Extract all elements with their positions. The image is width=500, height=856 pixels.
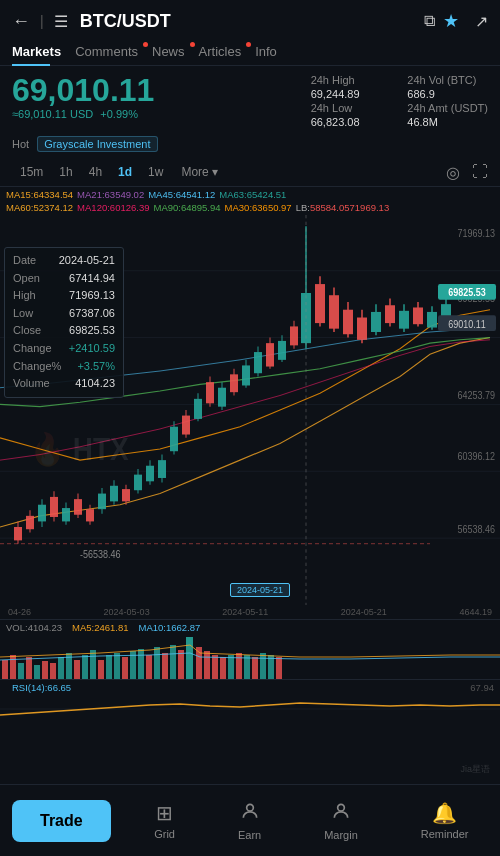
candle-data-box: Date 2024-05-21 Open 67414.94 High 71969…: [4, 247, 124, 398]
svg-text:60396.12: 60396.12: [457, 451, 495, 463]
svg-rect-104: [122, 657, 128, 680]
svg-rect-30: [122, 489, 130, 501]
svg-rect-90: [10, 655, 16, 680]
svg-rect-102: [106, 655, 112, 680]
articles-dot: [246, 42, 251, 47]
tf-1w[interactable]: 1w: [140, 162, 171, 182]
tf-more[interactable]: More ▾: [175, 162, 224, 182]
copy-icon[interactable]: ⧉: [424, 12, 435, 30]
svg-rect-112: [186, 637, 193, 680]
svg-rect-52: [254, 352, 262, 373]
fullscreen-icon[interactable]: ⛶: [472, 163, 488, 181]
tab-articles[interactable]: Articles: [199, 38, 256, 65]
news-dot: [190, 42, 195, 47]
share-icon[interactable]: ↗: [475, 12, 488, 31]
eye-icon[interactable]: ◎: [446, 163, 460, 182]
watermark: Jia星语: [460, 763, 490, 776]
high-val: 69,244.89: [311, 88, 392, 100]
svg-rect-74: [399, 311, 409, 329]
tf-icons: ◎ ⛶: [446, 163, 488, 182]
svg-rect-50: [242, 365, 250, 385]
tf-1h[interactable]: 1h: [51, 162, 80, 182]
main-price: 69,010.11: [12, 74, 311, 106]
ma21-val: MA21:63549.02: [77, 189, 144, 200]
star-icon[interactable]: ★: [443, 10, 459, 32]
svg-rect-38: [170, 427, 178, 452]
svg-point-125: [246, 804, 253, 811]
tab-info[interactable]: Info: [255, 38, 291, 65]
nav-grid[interactable]: ⊞ Grid: [154, 801, 175, 841]
low-val: 66,823.08: [311, 116, 392, 128]
rsi-area: RSI(14):66.65 67.94: [0, 679, 500, 719]
svg-rect-121: [260, 653, 266, 680]
svg-rect-26: [98, 494, 106, 510]
price-area: 69,010.11 ≈69,010.11 USD +0.99% 24h High…: [0, 66, 500, 132]
tf-15m[interactable]: 15m: [12, 162, 51, 182]
svg-rect-111: [178, 650, 184, 680]
low-val: 67387.06: [69, 305, 115, 323]
svg-rect-18: [50, 497, 58, 517]
nav-tabs: Markets Comments News Articles Info: [0, 38, 500, 66]
close-label: Close: [13, 322, 41, 340]
high-val: 71969.13: [69, 287, 115, 305]
svg-rect-20: [62, 508, 70, 521]
x-date-3: 2024-05-21: [341, 607, 387, 617]
menu-icon[interactable]: ☰: [54, 12, 68, 31]
amt-label: 24h Amt (USDT): [407, 102, 488, 114]
change-label: Change: [13, 340, 52, 358]
svg-text:71969.13: 71969.13: [457, 228, 495, 240]
svg-rect-89: [2, 660, 8, 680]
x-right-val: 4644.19: [459, 607, 492, 617]
svg-rect-44: [206, 382, 214, 403]
ma90-val: MA90:64895.94: [153, 202, 220, 213]
tab-markets[interactable]: Markets: [12, 38, 75, 65]
volume-chart: [0, 635, 500, 680]
svg-rect-72: [385, 305, 395, 323]
svg-text:64253.79: 64253.79: [457, 389, 495, 401]
nav-margin[interactable]: Margin: [324, 801, 358, 841]
x-date-2: 2024-05-11: [222, 607, 268, 617]
divider: |: [40, 13, 44, 29]
back-icon[interactable]: ←: [12, 11, 30, 32]
rsi-chart: [0, 695, 500, 723]
svg-rect-99: [82, 655, 88, 680]
nav-earn[interactable]: Earn: [238, 801, 261, 841]
svg-rect-117: [228, 655, 234, 680]
changepct-label: Change%: [13, 358, 61, 376]
trade-button[interactable]: Trade: [12, 800, 111, 842]
date-label: Date: [13, 252, 36, 270]
tf-4h[interactable]: 4h: [81, 162, 110, 182]
timeframes: 15m 1h 4h 1d 1w More ▾ ◎ ⛶: [0, 158, 500, 187]
ma5-label: MA5:2461.81: [72, 622, 129, 633]
svg-rect-109: [162, 653, 168, 680]
svg-rect-34: [146, 466, 154, 482]
tf-1d[interactable]: 1d: [110, 162, 140, 182]
svg-rect-54: [266, 343, 274, 366]
date-val: 2024-05-21: [59, 252, 115, 270]
grid-label: Grid: [154, 828, 175, 840]
grayscale-tag[interactable]: Grayscale Investment: [37, 136, 157, 152]
svg-rect-14: [26, 516, 34, 529]
svg-rect-101: [98, 660, 104, 680]
ma10-label: MA10:1662.87: [139, 622, 201, 633]
amt-val: 46.8M: [407, 116, 488, 128]
svg-rect-106: [138, 649, 144, 680]
svg-rect-93: [34, 665, 40, 680]
svg-text:69010.11: 69010.11: [448, 318, 486, 330]
ma63-val: MA63:65424.51: [219, 189, 286, 200]
tab-comments[interactable]: Comments: [75, 38, 152, 65]
grid-icon: ⊞: [156, 801, 173, 825]
ma120-val: MA120:60126.39: [77, 202, 149, 213]
svg-rect-120: [252, 657, 258, 680]
svg-rect-114: [204, 651, 210, 680]
svg-rect-119: [244, 655, 250, 680]
top-bar: ← | ☰ BTC/USDT ⧉ ★ ↗: [0, 0, 500, 38]
low-label: 24h Low: [311, 102, 392, 114]
lb-val: LB:58584.0571969.13: [296, 202, 390, 213]
tab-news[interactable]: News: [152, 38, 199, 65]
x-axis: 04-26 2024-05-03 2024-05-11 2024-05-21 4…: [0, 605, 500, 619]
vol-label: 24h Vol (BTC): [407, 74, 488, 86]
svg-rect-32: [134, 475, 142, 491]
chart-container[interactable]: 71969.13 69825.53 69010.11 64253.79 6039…: [0, 215, 500, 605]
nav-reminder[interactable]: 🔔 Reminder: [421, 801, 469, 841]
